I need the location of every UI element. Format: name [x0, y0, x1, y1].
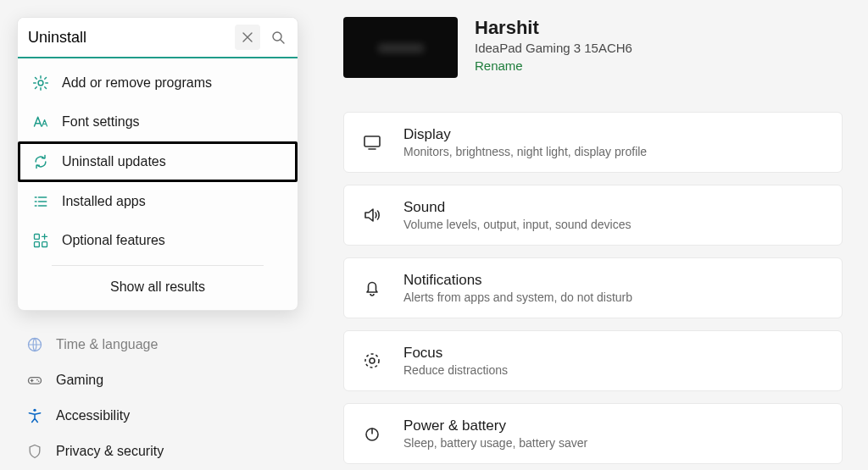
search-result-label: Optional features [62, 233, 165, 248]
sidebar-item-privacy-security[interactable]: Privacy & security [25, 442, 164, 461]
search-result-label: Installed apps [62, 194, 146, 209]
device-model: IdeaPad Gaming 3 15ACH6 [475, 41, 632, 55]
search-result-uninstall-updates[interactable]: Uninstall updates [18, 141, 298, 182]
device-name: Harshit [475, 17, 632, 39]
category-subtitle: Alerts from apps and system, do not dist… [403, 290, 632, 304]
sound-icon [361, 204, 383, 226]
search-result-add-remove-programs[interactable]: Add or remove programs [18, 64, 298, 102]
search-result-installed-apps[interactable]: Installed apps [18, 182, 298, 221]
bell-icon [361, 277, 383, 299]
search-input-row [18, 18, 298, 58]
category-title: Sound [403, 199, 632, 216]
globe-icon [25, 335, 44, 354]
search-result-label: Font settings [62, 114, 140, 130]
search-result-font-settings[interactable]: Font settings [18, 102, 298, 141]
search-result-optional-features[interactable]: Optional features [18, 221, 298, 260]
svg-point-7 [36, 379, 38, 381]
svg-point-8 [38, 380, 40, 382]
category-subtitle: Sleep, battery usage, battery saver [403, 436, 587, 450]
svg-point-9 [33, 409, 36, 412]
shield-icon [25, 442, 44, 461]
sidebar-item-label: Privacy & security [56, 444, 164, 459]
rename-link[interactable]: Rename [475, 58, 632, 73]
svg-point-11 [365, 354, 379, 368]
device-header: Harshit IdeaPad Gaming 3 15ACH6 Rename [343, 17, 843, 78]
svg-rect-3 [35, 242, 40, 247]
list-icon [31, 192, 50, 211]
search-result-label: Add or remove programs [62, 75, 212, 91]
search-icon [271, 30, 285, 44]
device-thumbnail [343, 17, 458, 78]
category-subtitle: Monitors, brightness, night light, displ… [403, 145, 647, 158]
gear-icon [31, 74, 50, 92]
category-title: Notifications [403, 272, 632, 289]
close-icon [242, 32, 253, 42]
category-title: Focus [403, 345, 508, 362]
search-input[interactable] [28, 29, 235, 47]
apps-plus-icon [31, 231, 50, 250]
power-icon [361, 423, 383, 445]
category-power-battery[interactable]: Power & battery Sleep, battery usage, ba… [343, 403, 843, 464]
sync-icon [31, 152, 50, 171]
category-subtitle: Reduce distractions [403, 363, 508, 377]
search-button[interactable] [265, 25, 291, 50]
sidebar: Add or remove programs Font settings Uni… [0, 0, 318, 470]
system-categories: Display Monitors, brightness, night ligh… [343, 112, 843, 464]
clear-search-button[interactable] [235, 25, 260, 50]
category-subtitle: Volume levels, output, input, sound devi… [403, 218, 632, 231]
svg-point-12 [370, 358, 375, 363]
accessibility-icon [25, 406, 44, 425]
sidebar-item-accessibility[interactable]: Accessibility [25, 406, 164, 425]
category-notifications[interactable]: Notifications Alerts from apps and syste… [343, 257, 843, 318]
svg-rect-10 [364, 136, 380, 147]
font-icon [31, 113, 50, 131]
category-title: Display [403, 126, 647, 143]
search-panel: Add or remove programs Font settings Uni… [17, 17, 298, 311]
show-all-results[interactable]: Show all results [18, 266, 298, 310]
display-icon [361, 131, 383, 153]
svg-point-0 [273, 32, 281, 41]
svg-rect-2 [35, 235, 40, 240]
sidebar-item-time-language[interactable]: Time & language [25, 335, 164, 354]
category-sound[interactable]: Sound Volume levels, output, input, soun… [343, 185, 843, 246]
sidebar-item-label: Time & language [56, 337, 158, 352]
focus-icon [361, 350, 383, 372]
svg-rect-4 [42, 242, 47, 247]
main-content: Harshit IdeaPad Gaming 3 15ACH6 Rename D… [318, 0, 868, 470]
sidebar-nav: Time & language Gaming Accessibility Pri… [25, 335, 164, 461]
gamepad-icon [25, 371, 44, 390]
category-focus[interactable]: Focus Reduce distractions [343, 330, 843, 391]
sidebar-item-label: Gaming [56, 373, 103, 388]
sidebar-item-gaming[interactable]: Gaming [25, 371, 164, 390]
category-title: Power & battery [403, 417, 587, 434]
category-display[interactable]: Display Monitors, brightness, night ligh… [343, 112, 843, 173]
sidebar-item-label: Accessibility [56, 408, 130, 423]
search-result-label: Uninstall updates [62, 154, 166, 169]
search-results: Add or remove programs Font settings Uni… [18, 58, 298, 310]
svg-point-1 [38, 80, 43, 86]
